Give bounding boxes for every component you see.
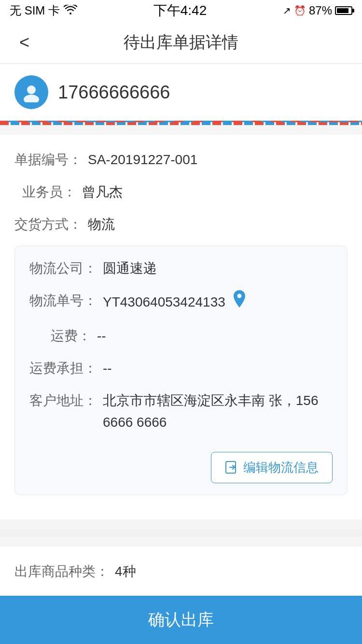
delivery-method-row: 交货方式： 物流 xyxy=(14,214,348,236)
time-display: 下午4:42 xyxy=(153,1,207,20)
logistics-company-label: 物流公司： xyxy=(29,258,103,280)
alarm-icon: ⏰ xyxy=(294,5,306,16)
dashed-divider xyxy=(0,122,362,125)
freight-bearer-row: 运费承担： -- xyxy=(29,358,333,379)
sales-person-value: 曾凡杰 xyxy=(82,182,348,203)
section-separator xyxy=(0,529,362,537)
product-type-label: 出库商品种类： xyxy=(14,561,115,583)
carrier-text: 无 SIM 卡 xyxy=(10,3,60,18)
logistics-card: 物流公司： 圆通速递 物流单号： YT43064053424133 运费： --… xyxy=(14,246,348,495)
svg-point-0 xyxy=(27,85,36,94)
battery-percent: 87% xyxy=(309,4,332,17)
status-right: ↗ ⏰ 87% xyxy=(283,4,352,17)
order-no-label: 单据编号： xyxy=(14,149,88,171)
delivery-method-label: 交货方式： xyxy=(14,214,88,236)
tracking-number-label: 物流单号： xyxy=(29,290,103,312)
status-left: 无 SIM 卡 xyxy=(10,3,77,18)
svg-point-1 xyxy=(24,95,39,102)
page-title: 待出库单据详情 xyxy=(124,31,238,54)
order-no-row: 单据编号： SA-20191227-001 xyxy=(14,149,348,171)
freight-row: 运费： -- xyxy=(29,325,333,347)
back-button[interactable]: < xyxy=(14,28,34,57)
order-no-value: SA-20191227-001 xyxy=(88,149,348,171)
customer-header: 17666666666 xyxy=(0,64,362,122)
status-bar: 无 SIM 卡 下午4:42 ↗ ⏰ 87% xyxy=(0,0,362,21)
edit-btn-row: 编辑物流信息 xyxy=(29,444,333,483)
delivery-method-value: 物流 xyxy=(88,214,348,236)
avatar xyxy=(14,75,48,109)
edit-btn-label: 编辑物流信息 xyxy=(243,459,319,476)
tracking-number-row: 物流单号： YT43064053424133 xyxy=(29,290,333,315)
product-type-row: 出库商品种类： 4种 xyxy=(14,561,348,583)
product-type-value: 4种 xyxy=(115,561,348,583)
sales-person-label: 业务员： xyxy=(14,182,82,203)
edit-icon xyxy=(225,461,238,474)
freight-label: 运费： xyxy=(29,325,97,347)
nav-bar: < 待出库单据详情 xyxy=(0,21,362,64)
customer-phone: 17666666666 xyxy=(58,82,170,103)
address-row: 客户地址： 北京市市辖区海淀区永丰南 张，156 6666 6666 xyxy=(29,390,333,434)
address-label: 客户地址： xyxy=(29,390,103,412)
logistics-company-value: 圆通速递 xyxy=(103,258,333,280)
location-status-icon: ↗ xyxy=(283,5,291,16)
tracking-number-text: YT43064053424133 xyxy=(103,292,225,313)
sales-person-row: 业务员： 曾凡杰 xyxy=(14,182,348,203)
order-basic-info-section: 单据编号： SA-20191227-001 业务员： 曾凡杰 交货方式： 物流 … xyxy=(0,135,362,519)
freight-value: -- xyxy=(97,325,333,347)
address-value: 北京市市辖区海淀区永丰南 张，156 6666 6666 xyxy=(103,390,333,434)
battery-icon xyxy=(335,6,352,15)
freight-bearer-value: -- xyxy=(103,358,333,379)
confirm-bar[interactable]: 确认出库 xyxy=(0,596,362,644)
wifi-icon xyxy=(64,4,77,17)
freight-bearer-label: 运费承担： xyxy=(29,358,103,379)
tracking-number-value: YT43064053424133 xyxy=(103,290,333,315)
logistics-company-row: 物流公司： 圆通速递 xyxy=(29,258,333,280)
edit-logistics-button[interactable]: 编辑物流信息 xyxy=(211,452,333,483)
map-pin-icon[interactable] xyxy=(232,290,247,315)
confirm-button-label: 确认出库 xyxy=(148,609,214,631)
